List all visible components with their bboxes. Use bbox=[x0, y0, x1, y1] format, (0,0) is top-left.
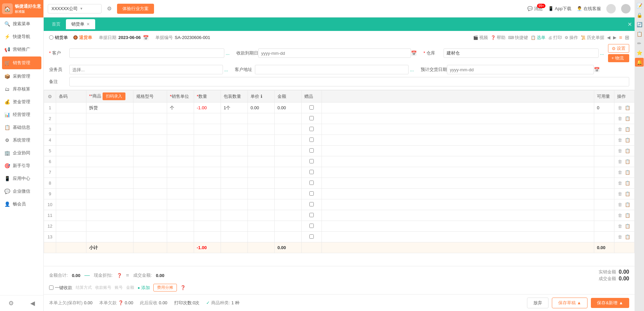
sidebar-item-wechat[interactable]: 💬 企业微信 bbox=[0, 185, 43, 198]
message-btn[interactable]: 💬 消息 99+ bbox=[527, 6, 543, 12]
sidebar-item-member[interactable]: 👤 畅会员 bbox=[0, 198, 43, 210]
expense-split-btn[interactable]: 费用分摊 bbox=[153, 284, 177, 291]
row-copy-icon[interactable]: 📋 bbox=[625, 202, 630, 207]
warehouse-input[interactable] bbox=[444, 48, 599, 58]
sidebar-item-finance[interactable]: 💰 资金管理 bbox=[0, 95, 43, 108]
sidebar-item-basic[interactable]: 📋 基础信息 bbox=[0, 121, 43, 134]
customer-addr-dots-btn[interactable]: ... bbox=[410, 67, 414, 72]
expected-date-input[interactable] bbox=[447, 65, 594, 74]
row-delete-icon[interactable]: 🗑 bbox=[618, 159, 622, 164]
payment-checkbox-label[interactable]: 一键收款 bbox=[49, 285, 72, 291]
row-copy-icon[interactable]: 📋 bbox=[625, 181, 630, 186]
print-link[interactable]: 🖨 打印 bbox=[548, 35, 562, 41]
sidebar-settings-btn[interactable]: ⚙ bbox=[6, 298, 16, 308]
row-copy-icon[interactable]: 📋 bbox=[625, 148, 630, 153]
current-owe2-help-icon[interactable]: ❓ bbox=[118, 300, 123, 305]
save-new-button[interactable]: 保存&新增 ▲ bbox=[591, 298, 629, 308]
user-avatar[interactable] bbox=[606, 4, 616, 13]
row-copy-icon[interactable]: 📋 bbox=[625, 105, 630, 110]
payment-due-input[interactable] bbox=[258, 48, 411, 58]
row-copy-icon[interactable]: 📋 bbox=[625, 224, 630, 229]
row-copy-icon[interactable]: 📋 bbox=[625, 159, 630, 164]
row-delete-icon[interactable]: 🗑 bbox=[618, 234, 622, 239]
grid-view-icon[interactable]: ⊞ bbox=[625, 34, 629, 41]
expense-help-icon[interactable]: ❓ bbox=[180, 285, 186, 290]
sidebar-item-sales[interactable]: 🛒 销售管理 bbox=[2, 56, 41, 69]
row-delete-icon[interactable]: 🗑 bbox=[618, 148, 622, 153]
settings-btn[interactable]: ⚙ 设置 bbox=[608, 44, 629, 53]
customer-input[interactable] bbox=[69, 48, 224, 58]
sidebar-item-enterprise[interactable]: 🏢 企业协同 bbox=[0, 147, 43, 159]
trial-button[interactable]: 体验行业方案 bbox=[117, 4, 154, 14]
sidebar-item-guide[interactable]: 🎯 新手引导 bbox=[0, 159, 43, 172]
row-delete-icon[interactable]: 🗑 bbox=[618, 191, 622, 196]
cash-discount-help-icon[interactable]: ❓ bbox=[117, 273, 122, 278]
right-panel-icon-4[interactable]: 📋 bbox=[635, 30, 644, 38]
row-delete-icon[interactable]: 🗑 bbox=[618, 224, 622, 229]
right-panel-icon-6[interactable]: ⭐ bbox=[635, 48, 644, 57]
right-panel-icon-7[interactable]: 🔔 bbox=[635, 58, 644, 67]
salesperson-input[interactable] bbox=[69, 65, 223, 74]
table-scroll[interactable]: ⚙ 条码 **商品 扫码录入 规格型号 *销售单位 *数量 包装数量 单价 ℹ bbox=[44, 90, 635, 266]
row-delete-icon[interactable]: 🗑 bbox=[618, 181, 622, 186]
payment-due-calendar-icon[interactable]: 📅 bbox=[411, 50, 417, 56]
payment-checkbox[interactable] bbox=[49, 285, 53, 290]
sidebar-item-search[interactable]: 🔍 搜索菜单 bbox=[0, 17, 43, 30]
row-delete-icon[interactable]: 🗑 bbox=[618, 127, 622, 132]
sidebar-item-purchase[interactable]: 📦 采购管理 bbox=[0, 70, 43, 83]
sidebar-item-system[interactable]: ⚙ 系统管理 bbox=[0, 134, 43, 147]
row-copy-icon[interactable]: 📋 bbox=[625, 138, 630, 143]
flow-btn[interactable]: + 物流 bbox=[608, 54, 629, 62]
prev-icon[interactable]: ◀ bbox=[607, 35, 610, 40]
right-panel-icon-1[interactable]: 📝 bbox=[635, 1, 644, 10]
list-view-icon[interactable]: ≡ bbox=[619, 35, 622, 41]
scan-barcode-btn[interactable]: 扫码录入 bbox=[103, 92, 125, 100]
row-delete-icon[interactable]: 🗑 bbox=[618, 170, 622, 175]
save-dropdown-icon[interactable]: ▲ bbox=[619, 300, 623, 305]
discard-button[interactable]: 放弃 bbox=[527, 298, 548, 308]
row-delete-icon[interactable]: 🗑 bbox=[618, 213, 622, 218]
row-copy-icon[interactable]: 📋 bbox=[625, 191, 630, 196]
tab-close-icon[interactable]: ✕ bbox=[86, 22, 90, 27]
expected-date-calendar-icon[interactable]: 📅 bbox=[594, 67, 600, 72]
close-all-tabs-icon[interactable]: ✕ bbox=[628, 21, 632, 28]
warehouse-dots-btn[interactable]: ... bbox=[600, 50, 604, 56]
right-panel-icon-3[interactable]: 🔄 bbox=[635, 20, 644, 29]
row-delete-icon[interactable]: 🗑 bbox=[618, 138, 622, 143]
notes-input[interactable] bbox=[69, 77, 629, 86]
app-download-btn[interactable]: 📱 App下载 bbox=[548, 6, 571, 12]
tab-home[interactable]: 首页 bbox=[46, 19, 66, 29]
add-payment-btn[interactable]: ● 添加 bbox=[138, 285, 150, 291]
customer-dots-btn[interactable]: ... bbox=[226, 50, 230, 56]
settings-gear-icon[interactable]: ⚙ bbox=[106, 4, 113, 13]
row-copy-icon[interactable]: 📋 bbox=[625, 127, 630, 132]
customer-addr-input[interactable] bbox=[255, 65, 409, 74]
save-draft-button[interactable]: 保存草稿 ▲ bbox=[552, 298, 588, 308]
row-copy-icon[interactable]: 📋 bbox=[625, 170, 630, 175]
next-icon[interactable]: ▶ bbox=[613, 35, 616, 40]
sidebar-item-inventory[interactable]: 🗂 库存核算 bbox=[0, 83, 43, 95]
row-delete-icon[interactable]: 🗑 bbox=[618, 105, 622, 110]
row-copy-icon[interactable]: 📋 bbox=[625, 234, 630, 239]
radio-sales-order[interactable]: 销货单 bbox=[49, 35, 68, 41]
radio-return-order[interactable]: 退货单 bbox=[73, 35, 92, 41]
help-link[interactable]: ❓ 帮助 bbox=[491, 35, 505, 41]
user-avatar2[interactable] bbox=[621, 4, 631, 13]
date-calendar-icon[interactable]: 📅 bbox=[143, 35, 149, 40]
history-link[interactable]: 📜 历史单据 bbox=[581, 35, 604, 41]
online-service-btn[interactable]: 👨‍💼 在线客服 bbox=[577, 6, 601, 12]
row-copy-icon[interactable]: 📋 bbox=[625, 213, 630, 218]
company-selector[interactable]: XXXXXX公司 ▼ bbox=[48, 4, 102, 13]
sidebar-item-operations[interactable]: 📊 经营管理 bbox=[0, 108, 43, 121]
tab-sales-order[interactable]: 销货单 ✕ bbox=[66, 19, 95, 29]
row-delete-icon[interactable]: 🗑 bbox=[618, 202, 622, 207]
th-settings[interactable]: ⚙ bbox=[44, 90, 56, 103]
row-copy-icon[interactable]: 📋 bbox=[625, 116, 630, 121]
salesperson-dots-btn[interactable]: ... bbox=[224, 67, 228, 72]
sidebar-item-apps[interactable]: 📱 应用中心 bbox=[0, 172, 43, 185]
sidebar-collapse-btn[interactable]: ◀ bbox=[28, 298, 38, 308]
video-link[interactable]: 🎬 视频 bbox=[473, 35, 488, 41]
draft-dropdown-icon[interactable]: ▲ bbox=[577, 300, 581, 305]
select-link[interactable]: 📋 选单 bbox=[531, 35, 545, 41]
right-panel-icon-2[interactable]: 🔒 bbox=[635, 11, 644, 20]
